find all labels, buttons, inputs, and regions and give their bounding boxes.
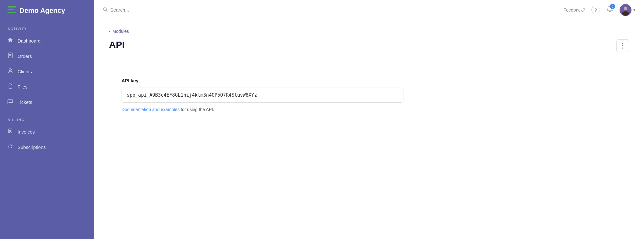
help-icon[interactable]: ? <box>591 6 600 14</box>
content: ‹ Modules API ⋮ API key Documentation an… <box>94 20 644 239</box>
svg-point-8 <box>622 11 629 16</box>
clients-icon <box>8 68 13 75</box>
breadcrumb-label: Modules <box>112 29 129 34</box>
sidebar-item-files-label: Files <box>18 84 28 89</box>
api-docs-text: Documentation and examples for using the… <box>122 107 616 112</box>
svg-rect-2 <box>8 12 16 13</box>
subscriptions-icon <box>8 144 13 151</box>
invoices-icon <box>8 128 13 135</box>
content-inner: ‹ Modules API ⋮ API key Documentation an… <box>94 20 644 239</box>
sidebar-item-dashboard-label: Dashboard <box>18 38 40 43</box>
search-input[interactable] <box>110 7 192 13</box>
avatar <box>620 4 631 16</box>
notification-button[interactable]: 3 <box>606 6 613 14</box>
sidebar-logo[interactable]: Demo Agency <box>0 0 94 21</box>
avatar-caret-icon: ▾ <box>633 8 635 12</box>
svg-point-4 <box>9 69 11 71</box>
svg-point-7 <box>624 7 627 10</box>
sidebar-item-tickets-label: Tickets <box>18 99 32 105</box>
notification-badge: 3 <box>610 4 615 9</box>
api-key-input[interactable] <box>122 88 403 103</box>
api-docs-link[interactable]: Documentation and examples <box>122 107 179 112</box>
topbar-right: Feedback? ? 3 <box>564 4 635 16</box>
sidebar-item-clients-label: Clients <box>18 69 32 74</box>
page-title-row: API ⋮ <box>109 39 629 60</box>
tickets-icon <box>8 99 13 106</box>
search-wrap <box>103 7 558 13</box>
more-options-icon: ⋮ <box>620 42 626 49</box>
activity-section-label: ACTIVITY <box>0 21 94 33</box>
sidebar-item-clients[interactable]: Clients <box>0 64 94 79</box>
sidebar-item-dashboard[interactable]: Dashboard <box>0 33 94 48</box>
svg-rect-3 <box>8 53 13 58</box>
sidebar-item-subscriptions-label: Subscriptions <box>18 145 46 150</box>
sidebar-item-orders-label: Orders <box>18 53 32 59</box>
topbar: Feedback? ? 3 <box>94 0 644 20</box>
avatar-button[interactable]: ▾ <box>620 4 635 16</box>
page-title: API <box>109 39 125 50</box>
logo-icon <box>8 6 16 15</box>
sidebar-item-invoices[interactable]: Invoices <box>0 124 94 140</box>
feedback-button[interactable]: Feedback? <box>564 8 585 13</box>
sidebar-item-invoices-label: Invoices <box>18 129 35 135</box>
api-key-label: API key <box>122 78 616 83</box>
logo-text: Demo Agency <box>19 7 65 15</box>
main-area: Feedback? ? 3 <box>94 0 644 239</box>
search-icon <box>103 7 108 13</box>
sidebar-item-files[interactable]: Files <box>0 79 94 94</box>
files-icon <box>8 83 13 90</box>
svg-rect-1 <box>8 9 14 10</box>
breadcrumb[interactable]: ‹ Modules <box>109 29 629 34</box>
sidebar-item-subscriptions[interactable]: Subscriptions <box>0 140 94 155</box>
sidebar: Demo Agency ACTIVITY Dashboard Orders Cl… <box>0 0 94 239</box>
api-key-section: API key Documentation and examples for u… <box>109 68 629 122</box>
api-docs-suffix: for using the API. <box>179 107 214 112</box>
billing-section-label: BILLING <box>0 112 94 124</box>
svg-rect-0 <box>8 6 16 8</box>
sidebar-item-tickets[interactable]: Tickets <box>0 94 94 110</box>
home-icon <box>8 37 13 44</box>
orders-icon <box>8 53 13 60</box>
sidebar-item-orders[interactable]: Orders <box>0 48 94 64</box>
back-arrow-icon: ‹ <box>109 29 111 34</box>
more-options-button[interactable]: ⋮ <box>616 39 629 52</box>
divider <box>109 60 629 60</box>
